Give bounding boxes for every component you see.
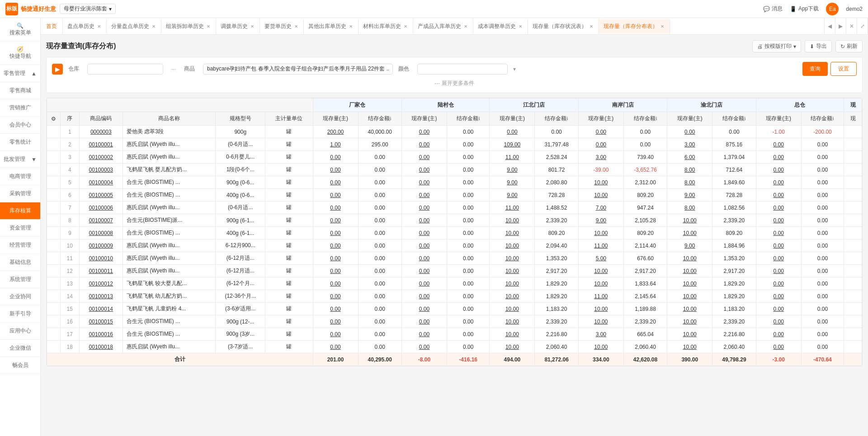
cell-yubei-stock[interactable]: 8.00 [667,176,712,189]
cell-factory-stock[interactable]: 0.00 [313,189,358,202]
cell-yubei-stock[interactable]: 8.00 [667,164,712,176]
cell-total-stock[interactable]: 0.00 [756,164,801,176]
cell-yubei-stock[interactable]: 10.00 [667,303,712,315]
cell-jiangbei-stock[interactable]: 9.00 [490,176,535,189]
cell-yubei-stock[interactable]: 10.00 [667,290,712,303]
cell-factory-stock[interactable]: 0.00 [313,151,358,164]
cell-nanan-stock[interactable]: 9.00 [578,214,623,227]
tab-count-history[interactable]: 盘点单历史 ✕ [63,19,107,34]
sidebar-item-member2[interactable]: 畅会员 [0,357,40,374]
cell-factory-stock[interactable]: 0.00 [313,341,358,353]
cell-code[interactable]: 00100015 [79,315,123,328]
expand-conditions-btn[interactable]: ⋯ 展开更多条件 [431,79,478,88]
tab-prev-btn[interactable]: ◀ [825,18,835,34]
sidebar-item-finance[interactable]: 资金管理 [0,220,40,237]
cell-total-stock[interactable]: 0.00 [756,315,801,328]
cell-jiangbei-stock[interactable]: 10.00 [490,227,535,239]
tab-next-btn[interactable]: ▶ [835,18,846,34]
cell-code[interactable]: 00100012 [79,277,123,290]
sidebar-item-purchase[interactable]: 采购管理 [0,185,40,202]
refresh-btn[interactable]: ↻ 刷新 [835,40,863,52]
cell-yubei-stock[interactable]: 3.00 [667,138,712,151]
cell-total-stock[interactable]: 0.00 [756,214,801,227]
cell-jiangbei-stock[interactable]: 10.00 [490,252,535,265]
app-download-btn[interactable]: 📱 App下载 [790,5,819,13]
cell-yubei-stock[interactable]: 10.00 [667,277,712,290]
tab-kit-disassemble[interactable]: 组装拆卸单历史 ✕ [161,19,216,34]
cell-code[interactable]: 00100006 [79,202,123,214]
cell-factory-stock[interactable]: 0.00 [313,252,358,265]
cell-code[interactable]: 00100009 [79,239,123,252]
cell-code[interactable]: 0000003 [79,126,123,138]
cell-total-stock[interactable]: -1.00 [756,126,801,138]
cell-factory-stock[interactable]: 0.00 [313,265,358,277]
tab-inventory-dist[interactable]: 现存量（库存分布表） ✕ [599,19,670,34]
cell-jiangbei-stock[interactable]: 10.00 [490,290,535,303]
cell-yubei-stock[interactable]: 10.00 [667,214,712,227]
tab-close-count-history[interactable]: ✕ [96,24,102,29]
cell-lu-stock[interactable]: 0.00 [401,315,447,328]
cell-nanan-stock[interactable]: 11.00 [578,239,623,252]
cell-lu-stock[interactable]: 0.00 [401,227,447,239]
cell-code[interactable]: 00100014 [79,303,123,315]
cell-nanan-stock[interactable]: 0.00 [578,126,623,138]
cell-yubei-stock[interactable]: 10.00 [667,341,712,353]
tab-inventory-status[interactable]: 现存量（库存状况表） ✕ [528,19,599,34]
cell-yubei-stock[interactable]: 10.00 [667,328,712,341]
sidebar-item-inventory[interactable]: 库存核算 [0,202,40,220]
cell-yubei-stock[interactable]: 9.00 [667,239,712,252]
cell-yubei-stock[interactable]: 9.00 [667,189,712,202]
cell-factory-stock[interactable]: 0.00 [313,176,358,189]
print-btn[interactable]: 🖨 按模版打印 ▾ [752,40,801,52]
cell-factory-stock[interactable]: 0.00 [313,164,358,176]
cell-yubei-stock[interactable]: 8.00 [667,202,712,214]
cell-factory-stock[interactable]: 0.00 [313,202,358,214]
cell-nanan-stock[interactable]: 10.00 [578,277,623,290]
cell-code[interactable]: 00100001 [79,138,123,151]
cell-nanan-stock[interactable]: -39.00 [578,164,623,176]
cell-jiangbei-stock[interactable]: 0.00 [490,126,535,138]
tab-expand-btn[interactable]: ⤢ [857,18,868,34]
sidebar-item-wholesale[interactable]: 批发管理 ▼ [0,151,40,168]
cell-lu-stock[interactable]: 0.00 [401,126,447,138]
cell-jiangbei-stock[interactable]: 109.00 [490,138,535,151]
cell-nanan-stock[interactable]: 5.00 [578,252,623,265]
cell-yubei-stock[interactable]: 10.00 [667,252,712,265]
cell-lu-stock[interactable]: 0.00 [401,290,447,303]
user-name[interactable]: demo2 [846,6,863,12]
tab-close-material-out[interactable]: ✕ [403,24,408,29]
tab-close-transfer[interactable]: ✕ [250,24,255,29]
cell-code[interactable]: 00100005 [79,189,123,202]
cell-total-stock[interactable]: 0.00 [756,290,801,303]
product-input[interactable] [203,64,393,75]
cell-total-stock[interactable]: 0.00 [756,189,801,202]
sidebar-item-ops[interactable]: 经营管理 [0,237,40,254]
cell-nanan-stock[interactable]: 3.00 [578,151,623,164]
sidebar-item-retail-shop[interactable]: 零售商城 [0,82,40,99]
tab-transfer[interactable]: 调拨单历史 ✕ [216,19,260,34]
cell-lu-stock[interactable]: 0.00 [401,189,447,202]
cell-lu-stock[interactable]: 0.00 [401,214,447,227]
tab-other-out[interactable]: 其他出库单历史 ✕ [304,19,359,34]
industry-selector[interactable]: 母婴行业演示陈套 ▾ [60,4,116,14]
cell-total-stock[interactable]: 0.00 [756,239,801,252]
cell-lu-stock[interactable]: 0.00 [401,239,447,252]
cell-code[interactable]: 00100011 [79,265,123,277]
cell-nanan-stock[interactable]: 10.00 [578,227,623,239]
cell-factory-stock[interactable]: 0.00 [313,239,358,252]
tab-close-inventory-status[interactable]: ✕ [589,24,594,29]
cell-lu-stock[interactable]: 0.00 [401,151,447,164]
cell-lu-stock[interactable]: 0.00 [401,202,447,214]
cell-lu-stock[interactable]: 0.00 [401,164,447,176]
sidebar-item-search[interactable]: 🔍 搜索英单 [0,18,40,42]
cell-total-stock[interactable]: 0.00 [756,227,801,239]
cell-yubei-stock[interactable]: 0.00 [667,126,712,138]
warehouse-more-btn[interactable]: ··· [169,64,179,74]
cell-factory-stock[interactable]: 0.00 [313,303,358,315]
sidebar-item-marketing[interactable]: 营销推广 [0,99,40,117]
cell-lu-stock[interactable]: 0.00 [401,328,447,341]
tab-close-inventory-dist[interactable]: ✕ [660,24,665,29]
tab-home[interactable]: 首页 [41,19,63,34]
cell-nanan-stock[interactable]: 10.00 [578,176,623,189]
cell-nanan-stock[interactable]: 10.00 [578,265,623,277]
